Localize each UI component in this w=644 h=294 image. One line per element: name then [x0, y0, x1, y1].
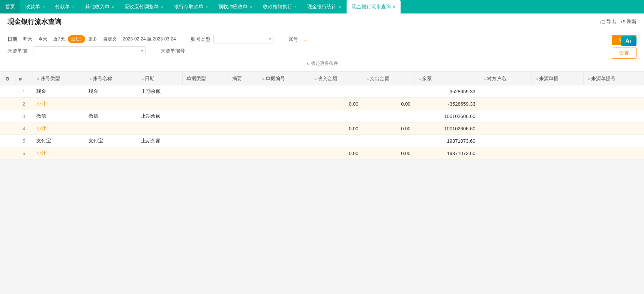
th-counterparty[interactable]: ⇅对方户名	[479, 72, 531, 85]
date-btn-more[interactable]: 更多	[85, 35, 100, 43]
th-expense[interactable]: ⇅支出金额	[362, 72, 414, 85]
account-filter-group: 账号 ...	[288, 36, 308, 43]
row-account-name	[85, 147, 137, 160]
row-account-type: 微信	[33, 110, 85, 122]
refresh-button[interactable]: ↺ 刷新	[621, 18, 636, 25]
nav-item-payment[interactable]: 付款单 ×	[50, 0, 80, 13]
row-source-doc	[531, 147, 583, 160]
row-gear	[0, 110, 15, 122]
nav-item-other-income[interactable]: 其他收入单 ×	[80, 0, 119, 13]
th-doc-no[interactable]: ⇅单据编号	[258, 72, 310, 85]
row-doc-no	[258, 85, 310, 98]
date-btn-7days[interactable]: 近7天	[50, 35, 68, 43]
row-expense: 0.00	[362, 147, 414, 160]
table-row[interactable]: 3 微信 微信 上期余额 100102606.60	[0, 110, 644, 122]
row-num: 6	[15, 147, 33, 160]
account-type-filter-group: 账号类型 ▾	[191, 35, 273, 43]
close-icon[interactable]: ×	[72, 0, 74, 13]
row-doc-no	[258, 135, 310, 147]
account-type-select[interactable]	[213, 35, 273, 43]
date-btn-custom[interactable]: 自定义	[100, 35, 120, 43]
table-row[interactable]: 4 小计 0.00 0.00 100102606.60	[0, 122, 644, 135]
row-gear	[0, 85, 15, 98]
table-row[interactable]: 2 小计 0.00 0.00 -3528659.33	[0, 98, 644, 110]
nav-item-home[interactable]: 首页	[0, 0, 20, 13]
row-date: 上期余额	[137, 85, 183, 98]
row-counterparty	[479, 98, 531, 110]
date-btn-1month[interactable]: 近1月	[68, 35, 86, 43]
th-account-type[interactable]: ⇅账号类型	[33, 72, 85, 85]
nav-item-stats[interactable]: 现金银行统计 ×	[302, 0, 346, 13]
row-account-type: 小计	[33, 98, 85, 110]
row-doc-type	[182, 122, 228, 135]
more-dots-icon[interactable]: ...	[301, 36, 308, 43]
row-doc-type	[182, 98, 228, 110]
settings-button[interactable]: 设置	[612, 48, 636, 59]
table-row[interactable]: 5 支付宝 支付宝 上期余额 19871073.60	[0, 135, 644, 147]
row-gear	[0, 147, 15, 160]
nav-item-verify[interactable]: 收款核销执行 ×	[258, 0, 302, 13]
close-icon[interactable]: ×	[161, 0, 163, 13]
row-num: 1	[15, 85, 33, 98]
th-gear[interactable]: ⚙	[0, 72, 15, 85]
row-doc-type	[182, 110, 228, 122]
table-row[interactable]: 1 现金 现金 上期余额 -3528659.33	[0, 85, 644, 98]
source-doc-select[interactable]	[33, 46, 146, 55]
row-source-doc	[531, 122, 583, 135]
close-icon[interactable]: ×	[42, 0, 45, 13]
row-gear	[0, 135, 15, 147]
nav-item-bank-withdrawal[interactable]: 银行存取款单 ×	[169, 0, 213, 13]
row-doc-no	[258, 147, 310, 160]
row-balance: -3528659.33	[414, 98, 479, 110]
row-expense	[362, 110, 414, 122]
row-source-doc-no	[584, 122, 644, 135]
th-num: #	[15, 72, 33, 85]
source-doc-group: 来源单据 ▾	[8, 46, 146, 55]
nav-item-prepayment[interactable]: 预收冲应收单 ×	[213, 0, 257, 13]
close-icon[interactable]: ×	[206, 0, 208, 13]
close-icon[interactable]: ×	[339, 0, 341, 13]
row-account-type: 小计	[33, 122, 85, 135]
th-account-name[interactable]: ⇅账号名称	[85, 72, 137, 85]
th-balance[interactable]: ⇅余额	[414, 72, 479, 85]
row-doc-no	[258, 98, 310, 110]
collapse-bar[interactable]: ∧ 收起更多条件	[8, 59, 636, 68]
row-doc-type	[182, 85, 228, 98]
close-icon[interactable]: ×	[393, 0, 395, 13]
page-header: 现金银行流水查询 ↑□ 导出 ↺ 刷新	[0, 13, 644, 30]
export-button[interactable]: ↑□ 导出	[599, 18, 616, 25]
row-num: 2	[15, 98, 33, 110]
row-expense: 0.00	[362, 98, 414, 110]
close-icon[interactable]: ×	[250, 0, 252, 13]
nav-item-receipt[interactable]: 收款单 ×	[20, 0, 50, 13]
close-icon[interactable]: ×	[112, 0, 114, 13]
th-date[interactable]: ⇅日期	[137, 72, 183, 85]
row-date	[137, 122, 183, 135]
date-btn-today[interactable]: 今天	[35, 35, 50, 43]
nav-item-adjustment[interactable]: 应收应付调整单 ×	[119, 0, 168, 13]
close-icon[interactable]: ×	[294, 0, 297, 13]
ai-badge[interactable]: Ai	[621, 36, 636, 46]
nav-item-cashflow[interactable]: 现金银行流水查询 ×	[347, 0, 401, 13]
th-income[interactable]: ⇅收入金额	[310, 72, 362, 85]
row-source-doc	[531, 110, 583, 122]
th-source-doc[interactable]: ⇅来源单据	[531, 72, 583, 85]
filter-row-2: 来源单据 ▾ 来源单据号	[8, 46, 612, 55]
row-account-type: 支付宝	[33, 135, 85, 147]
row-num: 3	[15, 110, 33, 122]
row-date	[137, 147, 183, 160]
row-balance: 19871073.60	[414, 135, 479, 147]
chevron-up-icon: ∧	[306, 61, 309, 66]
row-balance: 19871073.60	[414, 147, 479, 160]
filter-area: 日期 昨天 今天 近7天 近1月 更多 自定义 2023-02-24 至 202…	[0, 30, 644, 72]
row-income	[310, 135, 362, 147]
table-row[interactable]: 6 小计 0.00 0.00 19871073.60	[0, 147, 644, 160]
row-income: 0.00	[310, 98, 362, 110]
row-summary	[228, 122, 258, 135]
collapse-label: 收起更多条件	[311, 60, 338, 67]
row-num: 5	[15, 135, 33, 147]
th-source-doc-no[interactable]: ⇅来源单据号	[584, 72, 644, 85]
row-counterparty	[479, 147, 531, 160]
source-doc-num-input[interactable]	[191, 47, 303, 55]
date-btn-yesterday[interactable]: 昨天	[20, 35, 35, 43]
